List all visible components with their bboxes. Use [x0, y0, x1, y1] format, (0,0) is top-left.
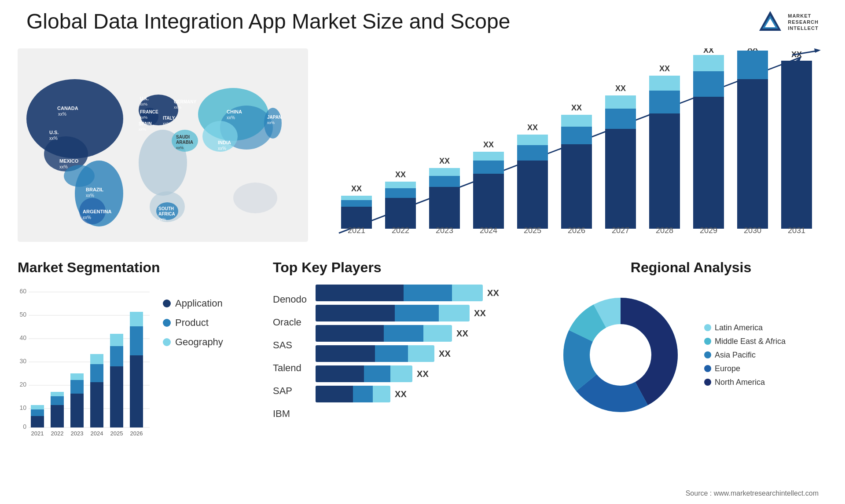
seg-chart-svg: 60 50 40 30 20 10 0	[18, 285, 154, 447]
svg-text:xx%: xx%	[176, 146, 184, 150]
svg-rect-99	[737, 79, 768, 229]
svg-text:2023: 2023	[71, 430, 84, 437]
svg-text:XX: XX	[571, 103, 582, 112]
svg-rect-85	[605, 109, 636, 129]
header: Global Data Integration App Market Size …	[26, 9, 819, 35]
svg-text:U.K.: U.K.	[140, 96, 149, 101]
svg-text:xx%: xx%	[59, 164, 68, 169]
player-ibm: IBM	[273, 402, 307, 425]
svg-rect-59	[385, 198, 416, 229]
talend-xx: XX	[439, 349, 451, 359]
svg-text:U.S.: U.S.	[49, 130, 59, 135]
svg-text:XX: XX	[703, 48, 714, 55]
svg-rect-127	[51, 396, 64, 405]
svg-rect-90	[649, 91, 680, 113]
seg-chart-container: 60 50 40 30 20 10 0	[18, 285, 260, 443]
svg-text:2031: 2031	[788, 226, 805, 235]
product-label: Product	[175, 317, 209, 329]
north-america-label: North America	[715, 378, 765, 387]
svg-text:xx%: xx%	[140, 115, 147, 120]
page-title: Global Data Integration App Market Size …	[26, 9, 510, 34]
player-oracle: Oracle	[273, 311, 307, 334]
svg-text:xx%: xx%	[86, 193, 94, 198]
player-talend: Talend	[273, 357, 307, 380]
svg-text:20: 20	[19, 381, 26, 388]
svg-text:xx%: xx%	[49, 136, 58, 141]
sap-bar	[316, 365, 412, 382]
svg-text:INDIA: INDIA	[218, 140, 231, 145]
oracle-bar	[316, 305, 470, 321]
svg-rect-64	[429, 187, 460, 229]
svg-text:2021: 2021	[348, 226, 365, 235]
europe-dot	[704, 365, 711, 372]
svg-point-151	[592, 326, 649, 383]
source-text: Source : www.marketresearchintellect.com	[686, 489, 819, 497]
svg-rect-134	[90, 382, 103, 427]
sap-xx: XX	[417, 369, 429, 379]
application-label: Application	[175, 298, 223, 309]
asia-pacific-label: Asia Pacific	[715, 351, 756, 360]
svg-rect-66	[429, 168, 460, 176]
segmentation-section: Market Segmentation 60 50 40 30 20 10 0	[18, 259, 260, 488]
svg-rect-124	[31, 405, 44, 409]
svg-text:xx%: xx%	[140, 102, 147, 106]
svg-rect-69	[473, 174, 504, 229]
geography-dot	[163, 338, 171, 346]
seg-legend: Application Product Geography	[163, 285, 223, 356]
player-denodo: Denodo	[273, 288, 307, 311]
svg-rect-131	[70, 380, 84, 394]
world-map-svg: CANADA xx% U.S. xx% MEXICO xx% BRAZIL xx…	[18, 48, 308, 242]
svg-rect-61	[385, 182, 416, 188]
svg-text:XX: XX	[439, 157, 450, 165]
players-bars: XX XX XX	[316, 285, 537, 406]
svg-text:60: 60	[19, 288, 26, 295]
svg-rect-70	[473, 161, 504, 174]
svg-text:MEXICO: MEXICO	[59, 158, 79, 164]
svg-rect-80	[561, 127, 592, 144]
players-names: Denodo Oracle SAS Talend SAP IBM	[273, 285, 307, 425]
key-players-section: Top Key Players Denodo Oracle SAS Talend…	[273, 259, 537, 488]
bar-chart-svg: XX 2021 XX 2022 XX 2023 XX 2024 XX 2025 …	[317, 48, 823, 242]
svg-rect-79	[561, 144, 592, 229]
north-america-dot	[704, 379, 711, 386]
svg-text:2021: 2021	[31, 430, 44, 437]
svg-rect-138	[110, 366, 123, 427]
player-sas: SAS	[273, 334, 307, 357]
svg-text:2024: 2024	[91, 430, 103, 437]
me-africa-dot	[704, 338, 711, 345]
sas-bar	[316, 325, 452, 342]
svg-rect-86	[605, 95, 636, 109]
player-bar-ibm: XX	[316, 386, 537, 402]
svg-rect-143	[130, 326, 143, 355]
bar-chart-section: XX 2021 XX 2022 XX 2023 XX 2024 XX 2025 …	[317, 48, 823, 242]
svg-text:SAUDI: SAUDI	[176, 135, 190, 139]
svg-text:0: 0	[23, 423, 26, 430]
oracle-xx: XX	[474, 308, 486, 318]
svg-text:XX: XX	[615, 84, 626, 93]
application-dot	[163, 299, 171, 307]
svg-text:2028: 2028	[656, 226, 673, 235]
svg-rect-132	[70, 373, 84, 380]
legend-north-america: North America	[704, 378, 786, 387]
legend-asia-pacific: Asia Pacific	[704, 351, 786, 360]
svg-text:XX: XX	[659, 64, 670, 73]
svg-rect-103	[781, 61, 812, 229]
legend-middle-east-africa: Middle East & Africa	[704, 337, 786, 346]
logo-icon	[757, 9, 783, 35]
asia-pacific-dot	[704, 351, 711, 358]
svg-text:xx%: xx%	[163, 121, 170, 126]
svg-text:2024: 2024	[480, 226, 497, 235]
legend-europe: Europe	[704, 364, 786, 373]
svg-text:2027: 2027	[612, 226, 629, 235]
legend-item-geography: Geography	[163, 336, 223, 348]
svg-text:xx%: xx%	[58, 112, 66, 117]
svg-text:GERMANY: GERMANY	[174, 99, 196, 104]
segmentation-title: Market Segmentation	[18, 259, 260, 276]
svg-point-19	[233, 183, 277, 213]
svg-rect-130	[70, 394, 84, 427]
denodo-xx: XX	[487, 288, 499, 298]
latin-america-dot	[704, 324, 711, 331]
svg-text:CANADA: CANADA	[57, 106, 78, 111]
logo: MARKET RESEARCH INTELLECT	[757, 9, 819, 35]
player-bar-sap: XX	[316, 365, 537, 382]
